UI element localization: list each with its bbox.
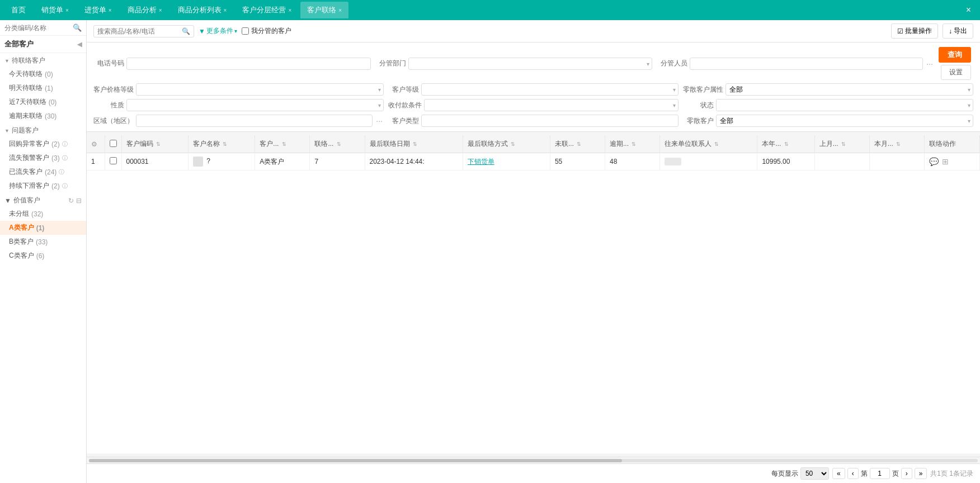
status-select[interactable] xyxy=(716,99,973,111)
col-code-sort[interactable]: ⇅ xyxy=(156,141,161,147)
customer-level-label: 客户等级 xyxy=(388,85,419,94)
col-level-label: 客户... xyxy=(260,140,279,148)
col-contact-count: 联络... ⇅ xyxy=(310,135,365,153)
nav-item-home[interactable]: 首页 xyxy=(4,2,32,18)
col-last-date-label: 最后联络日期 xyxy=(370,140,410,148)
chat-action-icon[interactable]: 💬 xyxy=(929,157,939,166)
prev-page-btn[interactable]: ‹ xyxy=(847,468,859,479)
page-number-input[interactable] xyxy=(870,468,890,479)
price-level-select[interactable] xyxy=(136,83,384,96)
col-name-sort[interactable]: ⇅ xyxy=(223,141,227,147)
person-input[interactable] xyxy=(690,58,923,70)
customer-level-wrap: ▾ xyxy=(421,83,679,96)
my-customer-checkbox[interactable] xyxy=(242,27,249,35)
settings-small-icon[interactable]: ⊟ xyxy=(76,197,82,205)
region-dots[interactable]: ··· xyxy=(375,116,384,125)
nav-customer-mgmt-close[interactable]: × xyxy=(288,7,291,13)
col-last-method: 最后联络方式 ⇅ xyxy=(463,135,550,153)
sidebar-item-declining[interactable]: 持续下滑客户 (2) ⓘ xyxy=(0,179,86,193)
nav-item-customer-mgmt[interactable]: 客户分层经营 × xyxy=(235,2,298,18)
sidebar-item-7days-pending[interactable]: 近7天待联络 (0) xyxy=(0,95,86,109)
value-group-actions[interactable]: ↻ ⊟ xyxy=(68,197,82,205)
batch-operations-btn[interactable]: ☑ 批量操作 xyxy=(891,23,938,39)
row-last-method[interactable]: 下销货单 xyxy=(463,153,550,171)
page-navigation: « ‹ 第 页 › » xyxy=(832,468,927,479)
col-this-month-sort[interactable]: ⇅ xyxy=(896,141,901,147)
nav-item-purchase[interactable]: 进货单 × xyxy=(78,2,119,18)
phone-input[interactable] xyxy=(126,58,371,70)
my-customer-checkbox-wrap[interactable]: 我分管的客户 xyxy=(242,26,291,36)
row-index: 1 xyxy=(87,153,105,171)
sidebar-item-ungrouped[interactable]: 未分组 (32) xyxy=(0,207,86,221)
col-last-date-sort[interactable]: ⇅ xyxy=(413,141,417,147)
refresh-icon[interactable]: ↻ xyxy=(68,197,74,205)
filter-more-btn[interactable]: ▼ 更多条件 ▾ xyxy=(199,26,237,36)
sidebar-item-churned[interactable]: 已流失客户 (24) ⓘ xyxy=(0,165,86,179)
declining-label: 持续下滑客户 xyxy=(9,181,49,191)
sidebar-item-today-pending[interactable]: 今天待联络 (0) xyxy=(0,67,86,81)
table-settings-icon[interactable]: ⚙ xyxy=(91,140,97,148)
horizontal-scrollbar[interactable] xyxy=(87,457,980,463)
select-all-checkbox[interactable] xyxy=(110,140,117,147)
nav-analysis-list-close[interactable]: × xyxy=(224,7,227,13)
col-checkbox[interactable] xyxy=(105,135,121,153)
nav-item-analysis[interactable]: 商品分析 × xyxy=(121,2,169,18)
col-company-contact-sort[interactable]: ⇅ xyxy=(714,141,719,147)
nav-sales-close[interactable]: × xyxy=(65,7,69,13)
info-icon-churn-warning: ⓘ xyxy=(62,154,68,162)
row-checkbox-cell[interactable] xyxy=(105,153,121,171)
col-company-contact: 往来单位联系人 ⇅ xyxy=(660,135,757,153)
sidebar-item-overdue-contact[interactable]: 逾期未联络 (30) xyxy=(0,109,86,123)
sidebar-item-a-class[interactable]: A类客户 (1) xyxy=(0,221,86,235)
qr-action-icon[interactable]: ⊞ xyxy=(942,157,949,166)
retail-attr-select[interactable]: 全部 xyxy=(725,83,973,96)
nav-customer-contact-close[interactable]: × xyxy=(338,7,342,13)
row-overdue: 48 xyxy=(605,153,660,171)
dept-select-wrap: ▾ xyxy=(408,58,653,70)
retail-customer-select[interactable]: 全部 xyxy=(716,115,973,127)
per-page-select[interactable]: 50 100 200 xyxy=(800,467,829,480)
first-page-btn[interactable]: « xyxy=(832,468,845,479)
filter-search-input[interactable] xyxy=(97,27,180,35)
col-level-sort[interactable]: ⇅ xyxy=(282,141,286,147)
col-overdue-sort[interactable]: ⇅ xyxy=(632,141,636,147)
payment-select[interactable] xyxy=(424,99,679,111)
nav-item-sales[interactable]: 销货单 × xyxy=(35,2,76,18)
scrollbar-track[interactable] xyxy=(89,459,978,462)
nature-select[interactable] xyxy=(126,99,384,111)
col-customer-name: 客户名称 ⇅ xyxy=(188,135,255,153)
col-contact-sort[interactable]: ⇅ xyxy=(337,141,341,147)
row-no-contact: 55 xyxy=(550,153,605,171)
col-last-month-sort[interactable]: ⇅ xyxy=(841,141,846,147)
query-button[interactable]: 查询 xyxy=(939,47,971,63)
dept-select[interactable] xyxy=(408,58,653,70)
settings-button[interactable]: 设置 xyxy=(941,65,971,80)
nav-analysis-close[interactable]: × xyxy=(159,7,162,13)
col-no-contact-sort[interactable]: ⇅ xyxy=(577,141,581,147)
sidebar-item-b-class[interactable]: B类客户 (33) xyxy=(0,235,86,249)
all-customers-header[interactable]: 全部客户 ◀ xyxy=(0,36,86,53)
col-this-year-sort[interactable]: ⇅ xyxy=(784,141,789,147)
sidebar-item-repurchase-abnormal[interactable]: 回购异常客户 (2) ⓘ xyxy=(0,137,86,151)
col-settings[interactable]: ⚙ xyxy=(87,135,105,153)
last-method-link[interactable]: 下销货单 xyxy=(468,158,494,165)
export-btn[interactable]: ↓ 导出 xyxy=(943,23,973,39)
c-class-label: C类客户 xyxy=(9,251,34,261)
sidebar-item-c-class[interactable]: C类客户 (6) xyxy=(0,249,86,263)
col-last-method-sort[interactable]: ⇅ xyxy=(511,141,515,147)
scrollbar-thumb[interactable] xyxy=(89,459,622,462)
person-dots[interactable]: ··· xyxy=(925,59,934,68)
last-page-btn[interactable]: » xyxy=(915,468,927,479)
sidebar-item-tomorrow-pending[interactable]: 明天待联络 (1) xyxy=(0,81,86,95)
nav-item-analysis-list[interactable]: 商品分析列表 × xyxy=(171,2,234,18)
sidebar-item-churn-warning[interactable]: 流失预警客户 (3) ⓘ xyxy=(0,151,86,165)
sidebar-search-input[interactable] xyxy=(4,24,70,32)
row-checkbox[interactable] xyxy=(110,157,117,164)
customer-type-input[interactable] xyxy=(421,115,679,127)
region-input[interactable] xyxy=(136,115,373,127)
nav-item-customer-contact[interactable]: 客户联络 × xyxy=(300,2,348,18)
customer-level-select[interactable] xyxy=(421,83,679,96)
next-page-btn[interactable]: › xyxy=(901,468,912,479)
nav-purchase-close[interactable]: × xyxy=(109,7,112,13)
window-close-button[interactable]: × xyxy=(962,3,976,17)
